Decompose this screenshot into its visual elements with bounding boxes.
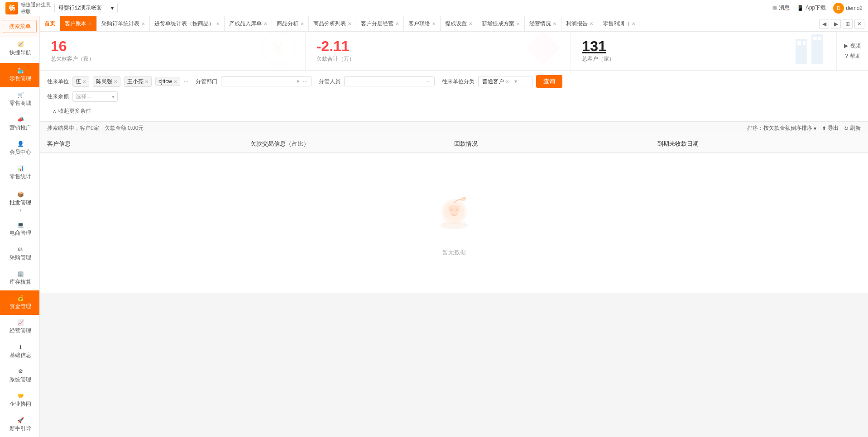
tab-purchase-order[interactable]: 采购订单统计表 ✕ — [97, 16, 150, 31]
filter-remain-select[interactable]: 选择... ▾ — [72, 91, 118, 102]
tab-label: 进货单统计表（按商品） — [154, 20, 214, 28]
sidebar-item-label: 会员中心 — [10, 148, 31, 156]
tab-close-icon[interactable]: ✕ — [395, 21, 399, 26]
sidebar-item-label: 零售统计 — [10, 173, 31, 180]
tab-customer-account[interactable]: 客户账本 ✕ — [60, 16, 97, 31]
tab-stock-stats[interactable]: 进货单统计表（按商品） ✕ — [150, 16, 225, 31]
sidebar-item-retail-mgmt[interactable]: 🏪 零售管理 — [0, 63, 39, 87]
filter-tag-wu: 伍 ✕ — [72, 76, 89, 87]
sidebar-item-enterprise-coop[interactable]: 🤝 企业协同 — [0, 388, 39, 413]
filter-more-icon[interactable]: ··· — [184, 78, 188, 85]
tab-close-icon[interactable]: ✕ — [553, 21, 556, 26]
message-action[interactable]: ✉ 消息 — [772, 4, 790, 12]
help-action[interactable]: ? 帮助 — [845, 52, 861, 60]
sidebar-item-marketing[interactable]: 📣 营销推广 — [0, 112, 39, 136]
tab-close-icon[interactable]: ✕ — [300, 21, 304, 26]
retail-icon: 🏪 — [17, 67, 24, 74]
account-selector[interactable]: 母婴行业演示帐套 ▾ — [54, 3, 118, 13]
filter-unit-label: 往来单位 — [47, 78, 69, 86]
tab-customer-tier[interactable]: 客户分层经营 ✕ — [356, 16, 404, 31]
tab-profit-report[interactable]: 利润报告 ✕ — [561, 16, 598, 31]
app-download-action[interactable]: 📱 App下载 — [797, 4, 826, 12]
sidebar: 搜索菜单 🧭 快捷导航 🏪 零售管理 🛒 零售商城 📣 营销推广 👤 会员中心 … — [0, 16, 40, 437]
tab-expand-button[interactable]: ⊞ — [843, 19, 853, 29]
sidebar-item-wholesale-mgmt[interactable]: 📦 批发管理 ▾ — [0, 187, 39, 217]
tab-label: 客户联络 — [408, 20, 430, 28]
sidebar-item-label: 资金管理 — [10, 303, 31, 310]
tab-close-icon[interactable]: ✕ — [432, 21, 436, 26]
tab-close-icon[interactable]: ✕ — [88, 21, 92, 26]
sort-button[interactable]: 排序：按欠款金额倒序排序 ▾ — [747, 124, 816, 132]
filter-tag-text: 伍 — [76, 78, 81, 86]
sidebar-item-operation[interactable]: 📈 经营管理 — [0, 315, 39, 339]
stat-info: 16 总欠款客户（家） — [51, 39, 94, 63]
sidebar-item-purchase[interactable]: 🛍 采购管理 — [0, 242, 39, 266]
tab-home[interactable]: 首页 — [40, 16, 60, 31]
sidebar-item-retail-mall[interactable]: 🛒 零售商城 — [0, 87, 39, 112]
tab-prev-button[interactable]: ◀ — [819, 19, 829, 29]
stats-actions: ▶ 视频 ? 帮助 — [837, 35, 868, 67]
tab-operation-status[interactable]: 经营情况 ✕ — [525, 16, 561, 31]
refresh-button[interactable]: ↻ 刷新 — [844, 124, 861, 132]
sidebar-item-member[interactable]: 👤 会员中心 — [0, 136, 39, 161]
tab-label: 产成品入库单 — [229, 20, 262, 28]
collapse-button[interactable]: ∧ 收起更多条件 — [47, 105, 861, 117]
tab-close-icon[interactable]: ✕ — [264, 21, 267, 26]
sidebar-item-retail-stats[interactable]: 📊 零售统计 — [0, 161, 39, 185]
tab-close-icon[interactable]: ✕ — [348, 21, 351, 26]
tab-close-icon[interactable]: ✕ — [590, 21, 593, 26]
tab-close-icon[interactable]: ✕ — [216, 21, 220, 26]
export-icon: ⬆ — [822, 125, 826, 132]
wholesale-icon: 📦 — [17, 191, 24, 198]
sidebar-item-quick-nav[interactable]: 🧭 快捷导航 — [0, 37, 39, 61]
tab-goods-analysis-list[interactable]: 商品分析列表 ✕ — [309, 16, 356, 31]
export-button[interactable]: ⬆ 导出 — [822, 124, 839, 132]
filter-staff-select[interactable]: ··· — [344, 76, 435, 86]
query-button[interactable]: 查询 — [536, 75, 562, 88]
video-action[interactable]: ▶ 视频 — [844, 42, 861, 50]
tab-goods-analysis[interactable]: 商品分析 ✕ — [272, 16, 309, 31]
results-summary: 搜索结果中，客户0家 欠款金额 0.00元 — [47, 124, 144, 132]
filter-category-close-icon[interactable]: ✕ — [505, 79, 509, 84]
logo-area: 畅 畅捷通好生意 标版 — [5, 1, 51, 14]
tab-reminder-settings[interactable]: 提成设置 ✕ — [441, 16, 477, 31]
sidebar-item-ecommerce[interactable]: 💻 电商管理 — [0, 217, 39, 242]
filter-tag-close-icon[interactable]: ✕ — [114, 79, 117, 84]
sidebar-search-button[interactable]: 搜索菜单 — [3, 20, 37, 33]
sidebar-item-finance[interactable]: 💰 资金管理 — [0, 290, 39, 315]
stat-total-customers: ¥ 16 总欠款客户（家） — [40, 32, 306, 70]
tab-close-icon[interactable]: ✕ — [516, 21, 520, 26]
username-label: demo2 — [846, 5, 863, 11]
sidebar-item-system[interactable]: ⚙ 系统管理 — [0, 364, 39, 388]
message-icon: ✉ — [772, 5, 777, 11]
tab-retail-profit[interactable]: 零售利润（ ✕ — [598, 16, 640, 31]
filter-dept-select[interactable]: ▾ ··· — [221, 76, 312, 86]
empty-illustration — [432, 189, 477, 243]
filter-tag-close-icon[interactable]: ✕ — [82, 79, 86, 84]
tab-next-button[interactable]: ▶ — [831, 19, 841, 29]
user-menu[interactable]: D demo2 — [833, 3, 863, 14]
sidebar-item-label: 批发管理 — [10, 199, 31, 207]
help-label: 帮助 — [850, 52, 861, 60]
filter-tag-close-icon[interactable]: ✕ — [173, 79, 177, 84]
sidebar-item-new-guide[interactable]: 🚀 新手引导 — [0, 413, 39, 437]
tab-close-all-button[interactable]: ✕ — [854, 19, 864, 29]
filter-tag-close-icon[interactable]: ✕ — [145, 79, 149, 84]
tab-close-icon[interactable]: ✕ — [632, 21, 635, 26]
sidebar-item-basic-info[interactable]: ℹ 基础信息 — [0, 339, 39, 364]
tab-produce-stock[interactable]: 产成品入库单 ✕ — [225, 16, 272, 31]
filter-staff-more-icon: ··· — [426, 78, 431, 85]
stat-info: -2.11 欠款合计（万） — [317, 39, 355, 63]
filter-category-select[interactable]: 普通客户 ✕ ▾ — [478, 76, 532, 87]
stat-label: 总客户（家） — [582, 55, 614, 63]
tab-close-icon[interactable]: ✕ — [469, 21, 472, 26]
filter-category-tag: 普通客户 ✕ — [482, 78, 509, 86]
sidebar-item-label: 采购管理 — [10, 254, 31, 261]
tab-customer-contact[interactable]: 客户联络 ✕ — [404, 16, 441, 31]
tab-add-achievement[interactable]: 新增提成方案 ✕ — [477, 16, 525, 31]
empty-text: 暂无数据 — [442, 248, 466, 256]
stat-value: 16 — [51, 39, 94, 53]
tab-close-icon[interactable]: ✕ — [141, 21, 145, 26]
sidebar-item-inventory[interactable]: 🏢 库存核算 — [0, 266, 39, 290]
stat-bg-yuan-icon: ¥ — [260, 32, 296, 72]
